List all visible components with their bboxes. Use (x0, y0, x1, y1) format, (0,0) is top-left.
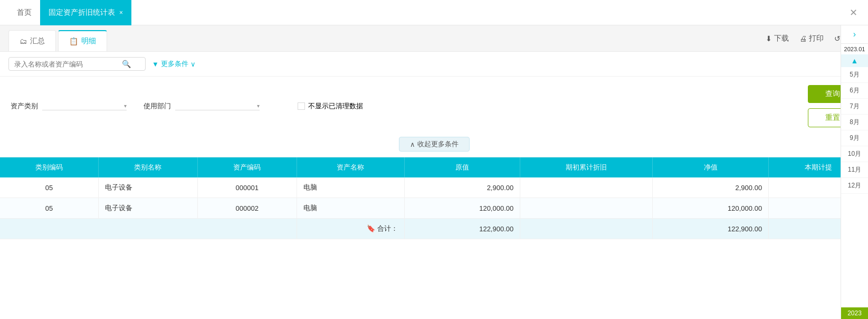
hide-cleared-checkbox[interactable] (298, 102, 305, 110)
month-item-5[interactable]: 5月 (841, 67, 868, 83)
department-label: 使用部门 (144, 101, 171, 111)
filter-asset-category: 资产类别 ▾ (11, 101, 127, 111)
print-button[interactable]: 🖨 打印 (799, 34, 824, 43)
filter-chevron: ∨ (190, 60, 196, 68)
collapse-bar: ∧ 收起更多条件 (11, 134, 857, 153)
cell-category-code: 05 (0, 198, 99, 219)
cell-net-value: 2,900.00 (653, 177, 769, 198)
th-category-name: 类别名称 (99, 157, 198, 177)
month-item-10[interactable]: 10月 (841, 146, 868, 162)
depreciation-table: 类别编码 类别名称 资产编码 资产名称 原值 期初累计折旧 净值 本期计提 05… (0, 157, 868, 239)
tab-summary[interactable]: 🗂 汇总 (8, 30, 56, 51)
sub-tabs: 🗂 汇总 📋 明细 ⬇ 下载 🖨 打印 ↺ 刷新 (0, 25, 868, 52)
month-item-7[interactable]: 7月 (841, 99, 868, 115)
detail-icon: 📋 (69, 37, 78, 45)
collapse-button[interactable]: ∧ 收起更多条件 (399, 137, 470, 152)
nav-home[interactable]: 首页 (8, 8, 40, 17)
right-panel: › 2023.01 ▲ 5月 6月 7月 8月 9月 10月 11月 12月 2… (841, 25, 868, 319)
month-item-11[interactable]: 11月 (841, 162, 868, 178)
window-close-button[interactable]: ✕ (850, 7, 857, 18)
month-item-8[interactable]: 8月 (841, 115, 868, 130)
nav-tab-label: 固定资产折旧统计表 (49, 8, 115, 17)
asset-category-label: 资产类别 (11, 101, 38, 111)
th-asset-name: 资产名称 (297, 157, 404, 177)
cell-accumulated-depreciation (520, 198, 653, 219)
table-header-row: 类别编码 类别名称 资产编码 资产名称 原值 期初累计折旧 净值 本期计提 (0, 157, 868, 177)
asset-category-select[interactable]: ▾ (42, 102, 127, 110)
th-category-code: 类别编码 (0, 157, 99, 177)
cell-accumulated-depreciation (520, 177, 653, 198)
download-label: 下载 (774, 34, 789, 43)
collapse-label: 收起更多条件 (417, 139, 459, 149)
th-net-value: 净值 (653, 157, 769, 177)
filter-more-button[interactable]: ▼ 更多条件 ∨ (152, 59, 196, 69)
top-nav: 首页 固定资产折旧统计表 × ✕ (0, 0, 868, 25)
main-content: 🗂 汇总 📋 明细 ⬇ 下载 🖨 打印 ↺ 刷新 🔍 (0, 25, 868, 319)
cell-category-name: 电子设备 (99, 198, 198, 219)
hide-cleared-wrap: 不显示已清理数据 (298, 101, 363, 111)
cell-asset-name: 电脑 (297, 198, 404, 219)
month-scroll-up[interactable]: ▲ (841, 54, 868, 67)
table-row: 05 电子设备 000002 电脑 120,000.00 120,000.00 (0, 198, 868, 219)
year-badge[interactable]: 2023 (841, 307, 868, 319)
month-item-9[interactable]: 9月 (841, 130, 868, 146)
month-item-12[interactable]: 12月 (841, 178, 868, 194)
tab-detail-label: 明细 (81, 36, 96, 46)
cell-asset-code: 000002 (197, 198, 297, 219)
filter-panel: 资产类别 ▾ 使用部门 ▾ 不显示已清理数据 查询 重置 (0, 77, 868, 157)
collapse-icon: ∧ (410, 140, 415, 148)
cell-category-name: 电子设备 (99, 177, 198, 198)
search-bar: 🔍 ▼ 更多条件 ∨ (0, 52, 868, 77)
th-accumulated-depreciation: 期初累计折旧 (520, 157, 653, 177)
cell-category-code: 05 (0, 177, 99, 198)
filter-icon: ▼ (152, 60, 159, 68)
cell-original-value: 2,900.00 (404, 177, 520, 198)
department-select[interactable]: ▾ (175, 102, 260, 110)
total-icon-cell (0, 219, 297, 239)
th-original-value: 原值 (404, 157, 520, 177)
search-input-wrap[interactable]: 🔍 (8, 57, 146, 71)
hide-cleared-label: 不显示已清理数据 (308, 101, 363, 111)
search-icon: 🔍 (122, 60, 131, 68)
department-arrow: ▾ (257, 103, 260, 109)
cell-asset-name: 电脑 (297, 177, 404, 198)
cell-net-value: 120,000.00 (653, 198, 769, 219)
filter-department: 使用部门 ▾ (144, 101, 260, 111)
table-row: 05 电子设备 000001 电脑 2,900.00 2,900.00 (0, 177, 868, 198)
download-button[interactable]: ⬇ 下载 (766, 34, 789, 43)
total-label: 🔖 合计： (297, 219, 404, 239)
cell-original-value: 120,000.00 (404, 198, 520, 219)
search-input[interactable] (14, 60, 120, 68)
right-panel-expand[interactable]: › (841, 25, 868, 44)
tab-summary-label: 汇总 (30, 36, 45, 46)
download-icon: ⬇ (766, 34, 772, 43)
nav-tab-close[interactable]: × (119, 9, 123, 16)
nav-tab-depreciation[interactable]: 固定资产折旧统计表 × (40, 0, 131, 25)
asset-category-arrow: ▾ (124, 103, 127, 109)
total-original-value: 122,900.00 (404, 219, 520, 239)
filter-row-1: 资产类别 ▾ 使用部门 ▾ 不显示已清理数据 查询 重置 (11, 85, 857, 127)
tab-detail[interactable]: 📋 明细 (58, 30, 107, 51)
date-label[interactable]: 2023.01 (841, 44, 868, 54)
refresh-icon: ↺ (834, 34, 841, 43)
th-asset-code: 资产编码 (197, 157, 297, 177)
month-item-6[interactable]: 6月 (841, 83, 868, 99)
filter-label: 更多条件 (161, 59, 188, 69)
cell-asset-code: 000001 (197, 177, 297, 198)
table-wrap: 类别编码 类别名称 资产编码 资产名称 原值 期初累计折旧 净值 本期计提 05… (0, 157, 868, 319)
print-icon: 🖨 (799, 34, 807, 43)
summary-icon: 🗂 (20, 37, 27, 45)
print-label: 打印 (809, 34, 824, 43)
total-accumulated-depreciation (520, 219, 653, 239)
table-total-row: 🔖 合计： 122,900.00 122,900.00 (0, 219, 868, 239)
total-net-value: 122,900.00 (653, 219, 769, 239)
